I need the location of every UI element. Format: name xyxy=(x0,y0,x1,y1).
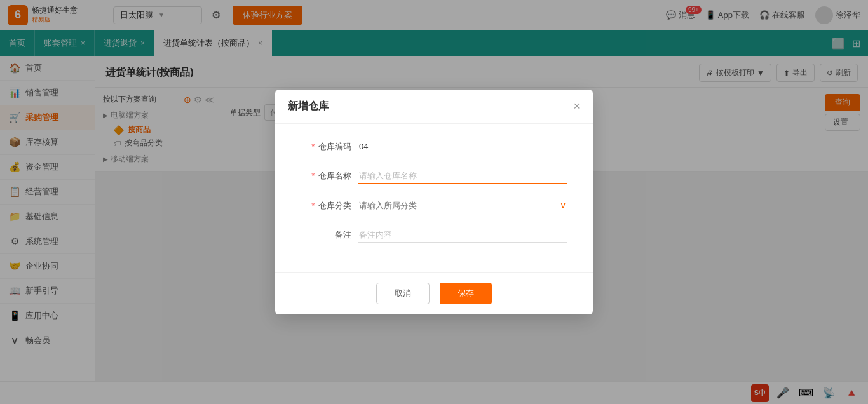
cancel-button[interactable]: 取消 xyxy=(376,283,430,304)
dialog-body: * 仓库编码 * 仓库名称 * 仓库分类 xyxy=(275,124,593,272)
note-label: 备注 xyxy=(301,229,351,241)
warehouse-name-input[interactable] xyxy=(358,168,567,184)
dialog-overlay: 新增仓库 × * 仓库编码 * 仓库名称 xyxy=(0,0,868,404)
category-select-input[interactable] xyxy=(359,201,560,210)
warehouse-code-row: * 仓库编码 xyxy=(301,139,567,154)
code-label: * 仓库编码 xyxy=(301,141,351,152)
dialog-close-icon[interactable]: × xyxy=(573,100,580,113)
name-label: * 仓库名称 xyxy=(301,170,351,182)
dialog-footer: 取消 保存 xyxy=(275,272,593,314)
warehouse-name-row: * 仓库名称 xyxy=(301,168,567,184)
category-arrow-icon: ∨ xyxy=(560,200,566,210)
category-label: * 仓库分类 xyxy=(301,200,351,212)
warehouse-note-input[interactable] xyxy=(358,227,567,243)
dialog-header: 新增仓库 × xyxy=(275,90,593,124)
category-required-star: * xyxy=(311,201,315,210)
warehouse-category-row: * 仓库分类 ∨ xyxy=(301,198,567,213)
category-select[interactable]: ∨ xyxy=(358,198,567,213)
save-button[interactable]: 保存 xyxy=(440,283,492,304)
new-warehouse-dialog: 新增仓库 × * 仓库编码 * 仓库名称 xyxy=(275,90,593,314)
warehouse-note-row: 备注 xyxy=(301,227,567,243)
dialog-title: 新增仓库 xyxy=(288,100,329,113)
code-required-star: * xyxy=(311,142,315,151)
warehouse-code-input[interactable] xyxy=(358,139,567,154)
name-required-star: * xyxy=(311,171,315,180)
